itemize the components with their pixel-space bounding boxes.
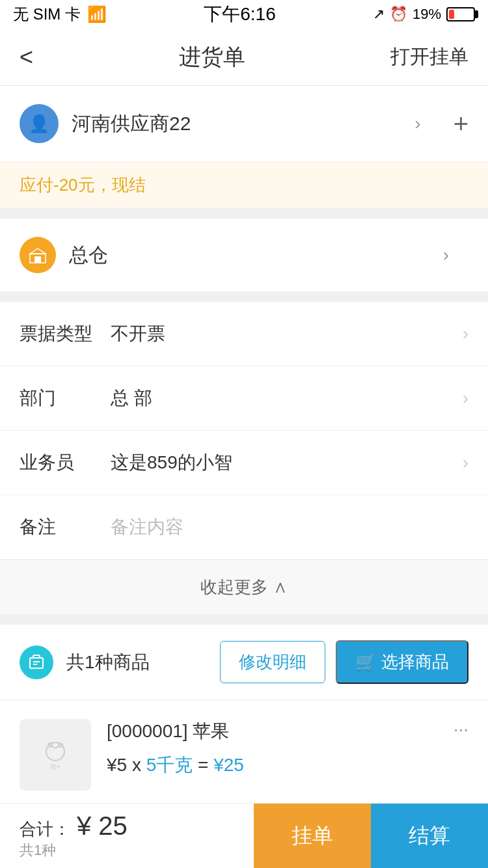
salesperson-label: 业务员 [20, 450, 111, 475]
supplier-name: 河南供应商22 [72, 111, 414, 137]
footer-total: 合计： ¥ 25 共1种 [0, 804, 254, 868]
products-header: 共1种商品 修改明细 🛒 选择商品 [0, 625, 488, 699]
product-name: [0000001] 苹果 [107, 719, 447, 744]
settle-button[interactable]: 结算 [371, 804, 488, 868]
svg-rect-2 [30, 658, 43, 668]
form-row-dept[interactable]: 部门 总 部 › [0, 366, 488, 431]
edit-detail-button[interactable]: 修改明细 [220, 641, 325, 683]
back-button[interactable]: < [20, 44, 33, 71]
total-label: 合计： [20, 818, 70, 841]
collapse-button[interactable]: 收起更多 ∧ [0, 560, 488, 614]
alarm-icon: ⏰ [390, 6, 407, 23]
supplier-row[interactable]: 👤 河南供应商22 › + [0, 86, 488, 162]
warehouse-card[interactable]: 总仓 › [0, 219, 488, 292]
note-value: 备注内容 [111, 515, 468, 539]
product-thumbnail: 智+ [20, 719, 91, 791]
warehouse-row[interactable]: 总仓 › [0, 219, 488, 292]
open-hang-button[interactable]: 打开挂单 [390, 44, 468, 70]
product-info: [0000001] 苹果 ¥5 x 5千克 = ¥25 [107, 719, 447, 778]
invoice-chevron-icon: › [463, 323, 468, 344]
nav-bar: < 进货单 打开挂单 [0, 29, 488, 86]
svg-text:智+: 智+ [50, 763, 61, 770]
svg-rect-1 [29, 253, 46, 254]
wifi-icon: 📶 [87, 5, 107, 23]
status-carrier: 无 SIM 卡 📶 [13, 4, 107, 25]
salesperson-value: 这是859的小智 [111, 450, 463, 475]
location-icon: ↗ [373, 6, 385, 23]
warehouse-name: 总仓 [69, 242, 443, 269]
battery-label: 19% [413, 6, 441, 23]
products-icon [20, 645, 53, 679]
battery-icon [446, 7, 475, 21]
product-more-button[interactable]: ··· [447, 719, 468, 740]
salesperson-chevron-icon: › [463, 452, 468, 473]
invoice-label: 票据类型 [20, 321, 111, 346]
dept-value: 总 部 [111, 386, 463, 411]
dept-chevron-icon: › [463, 388, 468, 409]
select-product-button[interactable]: 🛒 选择商品 [336, 640, 468, 684]
warehouse-icon [20, 237, 56, 273]
supplier-card: 👤 河南供应商22 › + 应付-20元，现结 [0, 86, 488, 208]
form-row-invoice[interactable]: 票据类型 不开票 › [0, 302, 488, 366]
invoice-value: 不开票 [111, 321, 463, 346]
note-label: 备注 [20, 515, 111, 539]
warehouse-chevron-icon: › [443, 245, 449, 265]
form-row-salesperson[interactable]: 业务员 这是859的小智 › [0, 431, 488, 495]
hang-button[interactable]: 挂单 [254, 804, 371, 868]
select-product-icon: 🛒 [355, 652, 376, 672]
dept-label: 部门 [20, 386, 111, 411]
total-amount: ¥ 25 [77, 811, 128, 841]
supplier-chevron-icon: › [414, 113, 420, 134]
status-time: 下午6:16 [204, 2, 276, 27]
form-card: 票据类型 不开票 › 部门 总 部 › 业务员 这是859的小智 › 备注 备注… [0, 302, 488, 614]
supplier-avatar: 👤 [20, 104, 59, 143]
products-count: 共1种商品 [66, 650, 220, 675]
status-right: ↗ ⏰ 19% [373, 6, 475, 23]
product-price: ¥5 x 5千克 = ¥25 [107, 753, 447, 778]
status-bar: 无 SIM 卡 📶 下午6:16 ↗ ⏰ 19% [0, 0, 488, 29]
avatar-icon: 👤 [29, 114, 49, 134]
total-sub: 共1种 [20, 841, 234, 860]
product-item: 智+ [0000001] 苹果 ¥5 x 5千克 = ¥25 ··· [0, 701, 488, 809]
svg-rect-0 [34, 256, 41, 263]
form-row-note[interactable]: 备注 备注内容 [0, 495, 488, 560]
svg-point-5 [46, 742, 64, 761]
footer: 合计： ¥ 25 共1种 挂单 结算 [0, 803, 488, 868]
main-content: 👤 河南供应商22 › + 应付-20元，现结 总仓 › 票据类型 不开票 [0, 86, 488, 868]
add-supplier-button[interactable]: + [441, 109, 468, 139]
supplier-warning-banner: 应付-20元，现结 [0, 162, 488, 208]
page-title: 进货单 [179, 42, 245, 72]
